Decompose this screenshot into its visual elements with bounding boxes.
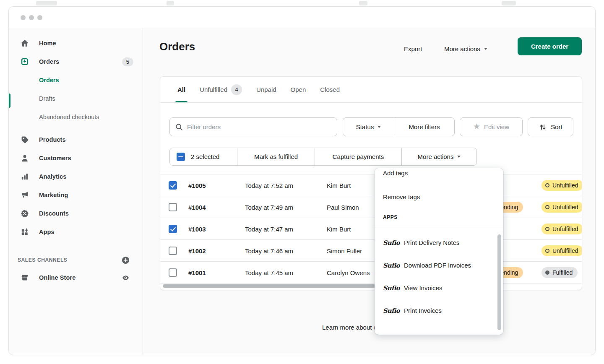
sort-label: Sort bbox=[551, 123, 562, 130]
tab-label: Closed bbox=[320, 86, 340, 93]
sidebar-item-orders[interactable]: Orders 5 bbox=[9, 52, 143, 71]
more-filters-button[interactable]: More filters bbox=[394, 118, 454, 136]
export-label: Export bbox=[404, 45, 422, 52]
select-all-checkbox[interactable] bbox=[177, 153, 185, 161]
sidebar-sublabel-abandoned-checkouts: Abandoned checkouts bbox=[39, 114, 99, 120]
fulfillment-status-badge: Fulfilled bbox=[542, 267, 578, 278]
more-filters-label: More filters bbox=[409, 123, 440, 130]
search-icon bbox=[175, 123, 183, 131]
table-row[interactable]: #1005 Today at 7:52 am Kim Burt Unfulfil… bbox=[160, 174, 582, 196]
tab[interactable]: All bbox=[170, 77, 193, 102]
tab-label: All bbox=[177, 86, 185, 93]
sidebar-subitem-drafts[interactable]: Drafts bbox=[9, 89, 143, 108]
sidebar-item-home[interactable]: Home bbox=[9, 34, 143, 52]
create-order-button[interactable]: Create order bbox=[518, 37, 582, 55]
order-number[interactable]: #1003 bbox=[188, 218, 206, 240]
sidebar-label-discounts: Discounts bbox=[39, 210, 69, 217]
row-checkbox[interactable] bbox=[169, 247, 177, 255]
dropdown-tag-actions: Add tags Remove tags bbox=[375, 168, 503, 208]
fulfillment-status-label: Unfulfilled bbox=[552, 247, 578, 254]
chevron-down-icon bbox=[457, 156, 461, 158]
sidebar-item-analytics[interactable]: Analytics bbox=[9, 167, 143, 186]
tab-label: Open bbox=[291, 86, 306, 93]
order-customer: Kim Burt bbox=[327, 174, 351, 196]
add-sales-channel-button[interactable] bbox=[121, 255, 130, 265]
menu-item[interactable]: Remove tags bbox=[375, 186, 503, 208]
view-online-store-eye-icon[interactable] bbox=[121, 273, 130, 282]
window-control-dot[interactable] bbox=[29, 15, 34, 20]
sufio-app-logo: Sufio bbox=[383, 262, 397, 269]
sidebar-label-apps: Apps bbox=[39, 229, 55, 235]
menu-item[interactable]: Sufio Download PDF Invoices bbox=[375, 254, 503, 276]
sidebar-subitem-orders[interactable]: Orders bbox=[9, 71, 143, 89]
active-nav-indicator bbox=[9, 94, 10, 108]
fulfillment-status-dot-icon bbox=[545, 205, 549, 209]
row-checkbox[interactable] bbox=[169, 203, 177, 211]
capture-payments-button[interactable]: Capture payments bbox=[315, 148, 401, 165]
bulk-selection-segment[interactable]: 2 selected bbox=[170, 148, 237, 165]
sidebar-item-marketing[interactable]: Marketing bbox=[9, 186, 143, 204]
background-artifact bbox=[502, 1, 516, 5]
row-checkbox[interactable] bbox=[169, 268, 177, 277]
background-artifact bbox=[359, 1, 367, 5]
sidebar-item-online-store[interactable]: Online Store bbox=[9, 268, 143, 287]
row-checkbox[interactable] bbox=[169, 225, 177, 233]
bulk-actions-bar: 2 selected Mark as fulfilled Capture pay… bbox=[169, 148, 477, 166]
sufio-app-logo: Sufio bbox=[383, 239, 397, 246]
bulk-more-actions-button[interactable]: More actions bbox=[401, 148, 476, 165]
sidebar-label-analytics: Analytics bbox=[39, 173, 66, 180]
header-more-actions-button[interactable]: More actions bbox=[444, 41, 487, 56]
sidebar-item-discounts[interactable]: Discounts bbox=[9, 204, 143, 223]
tab[interactable]: Unfulfilled 4 bbox=[193, 77, 249, 102]
status-filter-label: Status bbox=[356, 123, 374, 130]
row-checkbox[interactable] bbox=[169, 181, 177, 190]
fulfillment-status-badge: Unfulfilled bbox=[542, 245, 582, 256]
tab[interactable]: Unpaid bbox=[249, 77, 284, 102]
order-number[interactable]: #1002 bbox=[188, 240, 206, 262]
capture-payments-label: Capture payments bbox=[333, 153, 384, 160]
tab[interactable]: Open bbox=[284, 77, 313, 102]
search-input[interactable] bbox=[187, 123, 332, 130]
customers-person-icon bbox=[21, 154, 29, 162]
edit-view-button[interactable]: ★ Edit view bbox=[460, 117, 523, 136]
sidebar-item-customers[interactable]: Customers bbox=[9, 149, 143, 167]
star-icon: ★ bbox=[473, 122, 480, 130]
orders-count-badge: 5 bbox=[122, 57, 133, 66]
table-row[interactable]: #1004 Today at 7:49 am Paul Simon Pendin… bbox=[160, 196, 582, 218]
sort-button[interactable]: Sort bbox=[528, 117, 573, 136]
mark-as-fulfilled-button[interactable]: Mark as fulfilled bbox=[237, 148, 315, 165]
menu-item-label: Print Delivery Notes bbox=[404, 239, 460, 246]
menu-item[interactable]: Sufio View Invoices bbox=[375, 276, 503, 299]
table-row[interactable]: #1001 Today at 7:45 am Carolyn Owens Pen… bbox=[160, 262, 582, 283]
menu-item[interactable]: Add tags bbox=[375, 168, 503, 186]
order-customer: Carolyn Owens bbox=[327, 262, 370, 283]
sidebar-item-products[interactable]: Products bbox=[9, 130, 143, 149]
status-filter-button[interactable]: Status bbox=[343, 118, 394, 136]
window-control-dot[interactable] bbox=[21, 15, 26, 20]
order-number[interactable]: #1004 bbox=[188, 196, 206, 218]
order-customer: Kim Burt bbox=[327, 218, 351, 240]
order-number[interactable]: #1005 bbox=[188, 174, 206, 196]
fulfillment-status-dot-icon bbox=[545, 227, 549, 231]
fulfillment-status-dot-icon bbox=[545, 183, 549, 187]
tab[interactable]: Closed bbox=[313, 77, 347, 102]
table-row[interactable]: #1002 Today at 7:46 am Simon Fuller Unfu… bbox=[160, 240, 582, 262]
filter-orders-searchbox[interactable] bbox=[169, 117, 337, 136]
table-row[interactable]: #1003 Today at 7:47 am Kim Burt Unfulfil… bbox=[160, 218, 582, 240]
export-button[interactable]: Export bbox=[404, 41, 422, 56]
main-content: Orders Export More actions Create order bbox=[143, 28, 595, 355]
order-number[interactable]: #1001 bbox=[188, 262, 206, 283]
fulfillment-status-dot-icon bbox=[545, 249, 549, 253]
sidebar-item-apps[interactable]: Apps bbox=[9, 223, 143, 241]
fulfillment-status-badge: Unfulfilled bbox=[542, 180, 582, 191]
order-tabs: All Unfulfilled 4 Unpaid bbox=[160, 77, 582, 103]
sidebar-subitem-abandoned-checkouts[interactable]: Abandoned checkouts bbox=[9, 108, 143, 126]
window-control-dot[interactable] bbox=[37, 15, 42, 20]
edit-view-label: Edit view bbox=[484, 123, 509, 130]
menu-item[interactable]: Sufio Print Invoices bbox=[375, 299, 503, 322]
fulfillment-status-label: Unfulfilled bbox=[552, 182, 578, 189]
menu-item[interactable]: Sufio Print Delivery Notes bbox=[375, 231, 503, 254]
menu-item-label: Add tags bbox=[383, 169, 408, 177]
analytics-bars-icon bbox=[21, 172, 29, 181]
dropdown-scrollbar[interactable] bbox=[497, 234, 501, 330]
